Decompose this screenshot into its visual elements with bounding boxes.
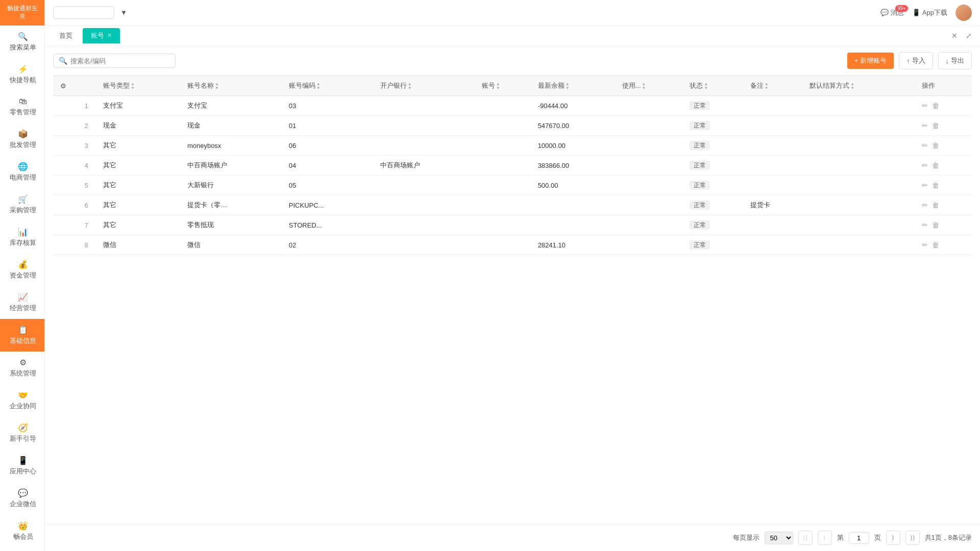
col-status[interactable]: 状态▲▼ <box>685 76 746 96</box>
row-account-no <box>478 215 534 235</box>
edit-button[interactable]: ✏ <box>922 161 928 169</box>
col-usage[interactable]: 使用...▲▼ <box>618 76 686 96</box>
row-code: 03 <box>285 96 376 116</box>
sidebar-item-finance-mgmt[interactable]: 💰资金管理 <box>0 254 44 286</box>
tab-expand-button[interactable]: ⤢ <box>964 31 974 41</box>
col-default-settle[interactable]: 默认结算方式▲▼ <box>805 76 918 96</box>
page-number-input[interactable] <box>849 532 869 544</box>
col-remark[interactable]: 备注▲▼ <box>746 76 805 96</box>
row-bank <box>376 136 478 156</box>
row-settings <box>53 136 74 156</box>
message-button[interactable]: 💬 消息 99+ <box>880 8 904 17</box>
row-default-settle <box>805 136 918 156</box>
row-index: 6 <box>74 195 99 215</box>
sidebar-icon-finance-mgmt: 💰 <box>18 260 28 269</box>
row-name: 中百商场账户 <box>183 156 285 176</box>
sidebar-item-inventory[interactable]: 📊库存核算 <box>0 221 44 254</box>
delete-button[interactable]: 🗑 <box>932 241 939 249</box>
import-button[interactable]: ↑ 导入 <box>899 52 933 69</box>
page-prev-button[interactable]: ⟨ <box>818 531 832 545</box>
delete-button[interactable]: 🗑 <box>932 161 939 169</box>
row-default-settle <box>805 96 918 116</box>
edit-button[interactable]: ✏ <box>922 121 928 130</box>
row-index: 2 <box>74 116 99 136</box>
sidebar-item-vip-member[interactable]: 👑畅会员 <box>0 515 44 547</box>
sidebar-item-enterprise-collab[interactable]: 🤝企业协同 <box>0 384 44 417</box>
edit-button[interactable]: ✏ <box>922 201 928 209</box>
sidebar-item-basic-info[interactable]: 📋基础信息 <box>0 319 44 352</box>
sidebar-item-search-menu[interactable]: 🔍搜索菜单 <box>0 26 44 58</box>
row-type: 其它 <box>99 195 183 215</box>
sidebar-item-quick-nav[interactable]: ⚡快捷导航 <box>0 58 44 91</box>
edit-button[interactable]: ✏ <box>922 181 928 189</box>
row-name: moneybosx <box>183 136 285 156</box>
sidebar-label-sys-mgmt: 系统管理 <box>10 369 36 378</box>
sidebar-item-ecommerce-mgmt[interactable]: 🌐电商管理 <box>0 156 44 188</box>
page-next-button[interactable]: ⟩ <box>886 531 900 545</box>
delete-button[interactable]: 🗑 <box>932 121 939 130</box>
tab-account[interactable]: 账号 ✕ <box>83 28 120 43</box>
col-account-no[interactable]: 账号▲▼ <box>478 76 534 96</box>
page-first-button[interactable]: ⟨⟨ <box>798 531 813 545</box>
search-box[interactable]: 🔍 <box>53 54 176 68</box>
delete-button[interactable]: 🗑 <box>932 181 939 189</box>
user-avatar[interactable] <box>955 5 972 21</box>
edit-button[interactable]: ✏ <box>922 141 928 149</box>
col-type[interactable]: 账号类型▲▼ <box>99 76 183 96</box>
row-code: 06 <box>285 136 376 156</box>
page-last-button[interactable]: ⟩⟩ <box>905 531 920 545</box>
row-actions: ✏ 🗑 <box>918 235 972 255</box>
col-settings[interactable]: ⚙ <box>53 76 74 96</box>
sidebar-item-app-center[interactable]: 📱应用中心 <box>0 449 44 482</box>
row-remark <box>746 136 805 156</box>
delete-button[interactable]: 🗑 <box>932 141 939 149</box>
row-usage <box>618 215 686 235</box>
export-icon: ↓ <box>946 57 949 65</box>
phone-icon: 📱 <box>912 9 920 16</box>
delete-button[interactable]: 🗑 <box>932 102 939 110</box>
edit-button[interactable]: ✏ <box>922 221 928 229</box>
row-usage <box>618 176 686 195</box>
sidebar-icon-ecommerce-mgmt: 🌐 <box>18 162 28 171</box>
sidebar-item-wholesale-mgmt[interactable]: 📦批发管理 <box>0 123 44 156</box>
col-name[interactable]: 账号名称▲▼ <box>183 76 285 96</box>
row-bank <box>376 116 478 136</box>
edit-button[interactable]: ✏ <box>922 102 928 110</box>
row-status: 正常 <box>685 136 746 156</box>
sidebar-item-new-guide[interactable]: 🧭新手引导 <box>0 417 44 449</box>
row-balance <box>534 215 618 235</box>
sidebar-icon-search-menu: 🔍 <box>18 32 28 41</box>
col-balance[interactable]: 最新余额▲▼ <box>534 76 618 96</box>
new-account-button[interactable]: + 新增账号 <box>847 53 894 69</box>
tab-home[interactable]: 首页 <box>51 28 81 43</box>
page-size-select[interactable]: 50 100 200 <box>765 532 793 544</box>
sidebar-icon-wholesale-mgmt: 📦 <box>18 129 28 139</box>
row-index: 5 <box>74 176 99 195</box>
col-code[interactable]: 账号编码▲▼ <box>285 76 376 96</box>
export-button[interactable]: ↓ 导出 <box>938 52 972 69</box>
delete-button[interactable]: 🗑 <box>932 221 939 229</box>
row-type: 其它 <box>99 136 183 156</box>
tab-bar-controls: ✕ ⤢ <box>949 31 974 41</box>
sidebar-icon-ops-mgmt: 📈 <box>18 292 28 302</box>
delete-button[interactable]: 🗑 <box>932 201 939 209</box>
tab-close-button[interactable]: ✕ <box>949 31 960 41</box>
row-bank <box>376 215 478 235</box>
app-download-button[interactable]: 📱 App下载 <box>912 8 947 17</box>
row-settings <box>53 156 74 176</box>
row-usage <box>618 96 686 116</box>
search-input[interactable] <box>70 57 170 65</box>
tab-close-icon[interactable]: ✕ <box>107 32 112 39</box>
col-bank[interactable]: 开户银行▲▼ <box>376 76 478 96</box>
topbar-dropdown[interactable]: ▼ <box>120 9 127 16</box>
sidebar-item-sys-mgmt[interactable]: ⚙系统管理 <box>0 352 44 384</box>
sidebar-item-purchase-mgmt[interactable]: 🛒采购管理 <box>0 188 44 221</box>
row-actions: ✏ 🗑 <box>918 136 972 156</box>
sidebar-item-enterprise-wechat[interactable]: 💬企业微信 <box>0 482 44 515</box>
search-icon: 🔍 <box>59 57 67 65</box>
sidebar-item-retail-mgmt[interactable]: 🛍零售管理 <box>0 91 44 123</box>
table-row: 4 其它 中百商场账户 04 中百商场账户 383866.00 正常 ✏ 🗑 <box>53 156 972 176</box>
edit-button[interactable]: ✏ <box>922 241 928 249</box>
sidebar-item-ops-mgmt[interactable]: 📈经营管理 <box>0 286 44 319</box>
topbar-search-input[interactable] <box>53 6 114 19</box>
